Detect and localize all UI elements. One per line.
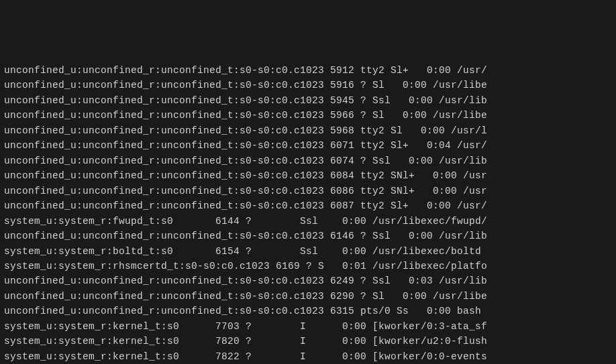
terminal-line: unconfined_u:unconfined_r:unconfined_t:s… — [4, 274, 612, 288]
terminal-line: unconfined_u:unconfined_r:unconfined_t:s… — [4, 63, 612, 78]
terminal-output: unconfined_u:unconfined_r:unconfined_t:s… — [4, 63, 612, 364]
terminal-line: unconfined_u:unconfined_r:unconfined_t:s… — [4, 123, 612, 138]
terminal-line: system_u:system_r:kernel_t:s0 7820 ? I 0… — [4, 334, 612, 349]
terminal-line: unconfined_u:unconfined_r:unconfined_t:s… — [4, 289, 612, 304]
terminal-line: unconfined_u:unconfined_r:unconfined_t:s… — [4, 138, 612, 153]
terminal-line: unconfined_u:unconfined_r:unconfined_t:s… — [4, 78, 612, 93]
terminal-line: unconfined_u:unconfined_r:unconfined_t:s… — [4, 154, 612, 168]
terminal-line: unconfined_u:unconfined_r:unconfined_t:s… — [4, 184, 612, 198]
terminal-line: system_u:system_r:kernel_t:s0 7703 ? I 0… — [4, 319, 612, 334]
terminal-line: system_u:system_r:boltd_t:s0 6154 ? Ssl … — [4, 244, 612, 259]
terminal-line: unconfined_u:unconfined_r:unconfined_t:s… — [4, 168, 612, 183]
terminal-line: unconfined_u:unconfined_r:unconfined_t:s… — [4, 93, 612, 108]
terminal-line: unconfined_u:unconfined_r:unconfined_t:s… — [4, 108, 612, 123]
terminal-line: system_u:system_r:rhsmcertd_t:s0-s0:c0.c… — [4, 259, 612, 274]
terminal-line: system_u:system_r:kernel_t:s0 7822 ? I 0… — [4, 349, 612, 364]
terminal-line: system_u:system_r:fwupd_t:s0 6144 ? Ssl … — [4, 214, 612, 229]
terminal-line: unconfined_u:unconfined_r:unconfined_t:s… — [4, 229, 612, 243]
terminal-line: unconfined_u:unconfined_r:unconfined_t:s… — [4, 304, 612, 318]
terminal-line: unconfined_u:unconfined_r:unconfined_t:s… — [4, 198, 612, 213]
